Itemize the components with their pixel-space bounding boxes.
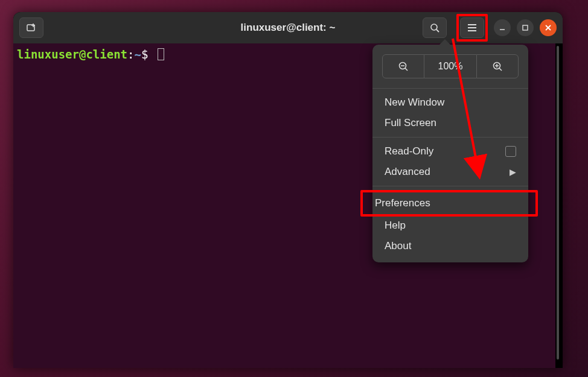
- menu-item-new-window[interactable]: New Window: [372, 92, 528, 113]
- new-tab-button[interactable]: [19, 17, 43, 38]
- zoom-out-icon: [398, 61, 409, 72]
- search-icon: [430, 23, 439, 33]
- menu-item-help[interactable]: Help: [372, 215, 528, 236]
- scrollbar[interactable]: [557, 46, 559, 360]
- menu-item-label: Read-Only: [385, 145, 433, 157]
- menu-item-about[interactable]: About: [372, 236, 528, 256]
- maximize-button[interactable]: [517, 19, 534, 36]
- menu-item-label: Help: [385, 220, 406, 232]
- menu-item-read-only[interactable]: Read-Only: [372, 141, 528, 162]
- prompt-path: ~: [135, 48, 141, 61]
- maximize-icon: [522, 24, 529, 31]
- menu-separator: [372, 88, 528, 89]
- annotation-highlight-hamburger: [456, 14, 488, 42]
- hamburger-icon: [467, 24, 477, 32]
- svg-point-3: [431, 24, 437, 30]
- close-icon: [545, 24, 552, 31]
- menu-item-full-screen[interactable]: Full Screen: [372, 113, 528, 133]
- zoom-out-button[interactable]: [382, 54, 424, 78]
- menu-separator: [372, 186, 528, 186]
- zoom-in-button[interactable]: [476, 54, 519, 78]
- prompt-host: client: [86, 48, 127, 61]
- minimize-button[interactable]: [494, 19, 511, 36]
- menu-item-label: New Window: [385, 97, 444, 109]
- prompt-at: @: [79, 48, 86, 61]
- menu-separator: [372, 137, 528, 138]
- prompt-symbol: $: [141, 48, 148, 61]
- chevron-right-icon: ▶: [510, 167, 516, 177]
- cursor: [158, 48, 164, 60]
- hamburger-menu-button[interactable]: [460, 17, 484, 38]
- menu-item-advanced[interactable]: Advanced ▶: [372, 162, 528, 182]
- minimize-icon: [499, 24, 506, 31]
- svg-line-18: [499, 68, 502, 71]
- search-button[interactable]: [423, 17, 447, 38]
- zoom-controls: 100%: [372, 49, 528, 84]
- hamburger-menu-popover: 100% New Window Full Screen Read-Only Ad…: [372, 45, 528, 262]
- titlebar: linuxuser@client: ~: [13, 12, 563, 43]
- menu-item-label: Full Screen: [385, 117, 436, 129]
- zoom-in-icon: [492, 61, 503, 72]
- menu-item-label: Advanced: [385, 166, 430, 178]
- menu-item-preferences[interactable]: Preferences: [360, 190, 538, 217]
- svg-line-4: [436, 30, 439, 32]
- close-button[interactable]: [540, 19, 557, 36]
- svg-line-14: [405, 68, 407, 71]
- menu-item-label: About: [385, 240, 411, 252]
- prompt-user: linuxuser: [17, 48, 79, 61]
- svg-rect-9: [523, 25, 528, 30]
- menu-item-label: Preferences: [375, 197, 430, 209]
- read-only-checkbox[interactable]: [505, 146, 516, 157]
- zoom-level[interactable]: 100%: [424, 54, 476, 78]
